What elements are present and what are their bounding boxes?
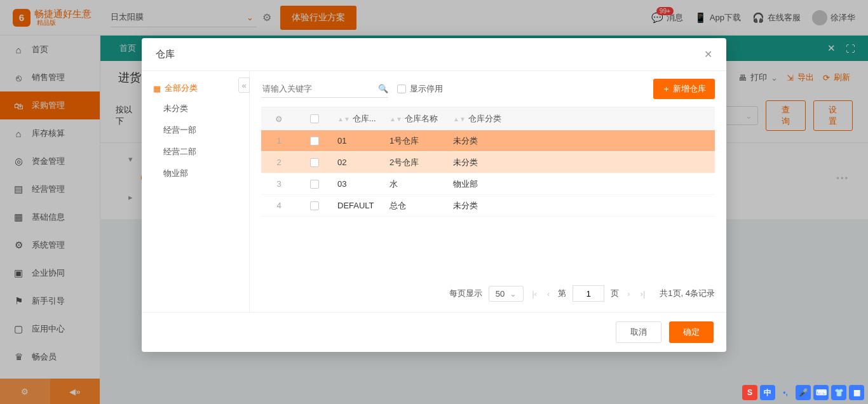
page-next-icon[interactable]: › xyxy=(625,289,632,299)
row-index: 3 xyxy=(261,179,297,189)
grid-icon: ▦ xyxy=(153,84,161,93)
warehouse-modal: 仓库 ✕ « ▦ 全部分类 未分类 经营一部 经营二部 物业部 🔍 显示停用 xyxy=(142,38,726,352)
add-warehouse-button[interactable]: ＋新增仓库 xyxy=(653,79,715,99)
col-name[interactable]: ▲▼仓库名称 xyxy=(390,113,453,125)
cell-cat: 未分类 xyxy=(453,200,715,212)
category-item[interactable]: 经营二部 xyxy=(142,141,249,163)
table-row[interactable]: 1 01 1号仓库 未分类 xyxy=(261,130,715,152)
per-page-label: 每页显示 xyxy=(449,288,482,299)
cell-name: 总仓 xyxy=(390,200,453,212)
ok-button[interactable]: 确定 xyxy=(669,321,714,343)
ime-sogou-icon[interactable]: S xyxy=(742,385,757,400)
checkbox-icon xyxy=(397,84,406,93)
plus-icon: ＋ xyxy=(662,83,670,95)
pager: 每页显示 50⌄ |‹ ‹ 第 页 › ›| 共1页, 4条记录 xyxy=(261,276,715,302)
search-input-wrap: 🔍 xyxy=(261,80,388,98)
row-checkbox[interactable] xyxy=(310,158,319,167)
category-item[interactable]: 经营一部 xyxy=(142,119,249,141)
ime-skin-icon[interactable]: 👕 xyxy=(831,385,846,400)
ime-keyboard-icon[interactable]: ⌨ xyxy=(813,385,829,400)
cell-cat: 物业部 xyxy=(453,178,715,190)
ime-grid-icon[interactable]: ▦ xyxy=(849,385,864,400)
per-page-value: 50 xyxy=(496,289,505,299)
collapse-panel-icon[interactable]: « xyxy=(238,77,250,93)
page-first-icon[interactable]: |‹ xyxy=(530,289,539,299)
table-header: ⚙ ▲▼仓库... ▲▼仓库名称 ▲▼仓库分类 xyxy=(261,107,715,130)
col-code[interactable]: ▲▼仓库... xyxy=(332,113,390,125)
table-row[interactable]: 3 03 水 物业部 xyxy=(261,173,715,195)
add-label: 新增仓库 xyxy=(673,83,706,95)
cell-code: 02 xyxy=(332,158,390,167)
category-panel: « ▦ 全部分类 未分类 经营一部 经营二部 物业部 xyxy=(142,71,250,312)
table-row[interactable]: 4 DEFAULT 总仓 未分类 xyxy=(261,195,715,217)
row-index: 2 xyxy=(261,158,297,167)
sort-icon: ▲▼ xyxy=(453,116,466,123)
table-row[interactable]: 2 02 2号仓库 未分类 xyxy=(261,152,715,173)
cancel-button[interactable]: 取消 xyxy=(616,321,661,343)
chevron-down-icon: ⌄ xyxy=(510,289,517,299)
search-input[interactable] xyxy=(261,80,378,97)
cell-cat: 未分类 xyxy=(453,157,715,168)
cell-code: 01 xyxy=(332,136,390,145)
page-last-icon[interactable]: ›| xyxy=(639,289,648,299)
category-root-label: 全部分类 xyxy=(165,83,198,94)
page-prev-icon[interactable]: ‹ xyxy=(545,289,552,299)
col-cat-label: 仓库分类 xyxy=(468,114,501,123)
col-name-label: 仓库名称 xyxy=(405,114,438,123)
row-checkbox[interactable] xyxy=(310,180,319,189)
row-index: 1 xyxy=(261,136,297,145)
per-page-select[interactable]: 50⌄ xyxy=(489,286,524,302)
warehouse-table: ⚙ ▲▼仓库... ▲▼仓库名称 ▲▼仓库分类 1 01 1号仓库 未分类 2 … xyxy=(261,107,715,217)
table-panel: 🔍 显示停用 ＋新增仓库 ⚙ ▲▼仓库... ▲▼仓库名称 ▲▼仓库分类 xyxy=(250,71,726,312)
category-item[interactable]: 物业部 xyxy=(142,163,249,184)
select-all-checkbox[interactable] xyxy=(310,114,319,123)
settings-column-icon[interactable]: ⚙ xyxy=(261,114,297,124)
col-category[interactable]: ▲▼仓库分类 xyxy=(453,113,715,125)
category-item[interactable]: 未分类 xyxy=(142,98,249,119)
modal-title: 仓库 xyxy=(156,48,175,60)
cell-cat: 未分类 xyxy=(453,135,715,147)
category-all[interactable]: ▦ 全部分类 xyxy=(142,79,249,98)
cell-name: 水 xyxy=(390,178,453,190)
page-suffix: 页 xyxy=(611,288,619,299)
sort-icon: ▲▼ xyxy=(337,116,350,123)
ime-cn-icon[interactable]: 中 xyxy=(760,385,775,400)
cell-name: 2号仓库 xyxy=(390,157,453,168)
row-checkbox[interactable] xyxy=(310,137,319,145)
pager-summary: 共1页, 4条记录 xyxy=(660,288,715,299)
col-code-label: 仓库... xyxy=(353,114,376,123)
ime-bar: S 中 •, 🎤 ⌨ 👕 ▦ xyxy=(742,385,864,400)
page-prefix: 第 xyxy=(558,288,566,299)
cell-name: 1号仓库 xyxy=(390,135,453,147)
show-disabled-checkbox[interactable]: 显示停用 xyxy=(397,83,443,95)
cell-code: DEFAULT xyxy=(332,201,390,210)
search-icon[interactable]: 🔍 xyxy=(378,84,388,93)
show-disabled-label: 显示停用 xyxy=(410,83,443,95)
page-input[interactable] xyxy=(573,285,604,302)
row-checkbox[interactable] xyxy=(310,201,319,210)
close-icon[interactable]: ✕ xyxy=(704,48,712,60)
ime-punct-icon[interactable]: •, xyxy=(778,385,793,400)
cell-code: 03 xyxy=(332,179,390,189)
sort-icon: ▲▼ xyxy=(390,116,402,123)
row-index: 4 xyxy=(261,201,297,210)
ime-mic-icon[interactable]: 🎤 xyxy=(796,385,811,400)
